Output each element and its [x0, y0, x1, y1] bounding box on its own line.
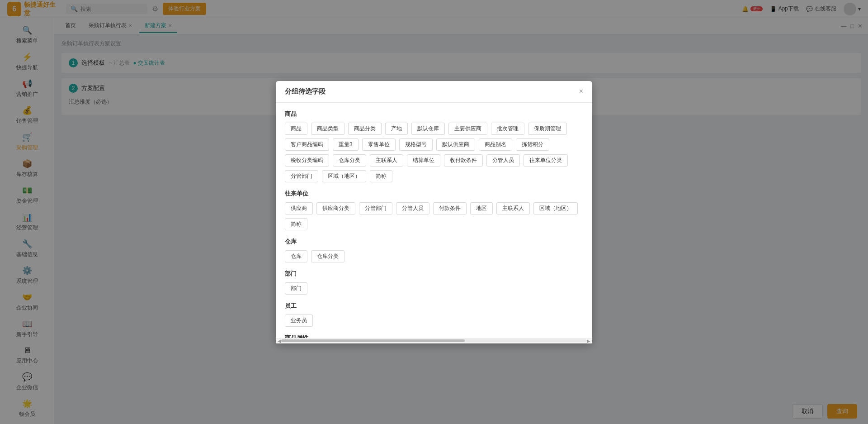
- field-tag-1-4[interactable]: 付款条件: [433, 202, 467, 214]
- field-tag-1-3[interactable]: 分管人员: [396, 202, 429, 214]
- field-tag-2-0[interactable]: 仓库: [285, 250, 307, 262]
- section-title-2: 仓库: [285, 238, 583, 246]
- field-tag-0-13[interactable]: 商品别名: [479, 138, 512, 151]
- section-title-4: 员工: [285, 302, 583, 310]
- modal-header: 分组待选字段 ×: [276, 81, 592, 103]
- field-tag-1-2[interactable]: 分管部门: [359, 202, 392, 214]
- field-tag-0-9[interactable]: 重量3: [333, 138, 359, 151]
- field-tag-0-11[interactable]: 规格型号: [399, 138, 433, 151]
- field-tag-0-15[interactable]: 税收分类编码: [285, 154, 329, 167]
- field-section-5: 商品属性属性颜色多规格尺码鞋码1: [285, 334, 583, 338]
- field-tag-0-14[interactable]: 拣货积分: [516, 138, 549, 151]
- field-tag-4-0[interactable]: 业务员: [285, 314, 313, 327]
- field-section-3: 部门部门: [285, 270, 583, 295]
- field-tag-0-17[interactable]: 主联系人: [370, 154, 403, 167]
- field-tag-1-5[interactable]: 地区: [470, 202, 493, 214]
- field-tag-0-23[interactable]: 区域（地区）: [322, 170, 366, 182]
- modal-bottom-scrollbar[interactable]: ◀ ▶: [276, 338, 592, 343]
- field-tag-0-8[interactable]: 客户商品编码: [285, 138, 329, 151]
- field-tag-0-6[interactable]: 批次管理: [491, 123, 524, 135]
- horizontal-scrollbar-thumb[interactable]: [281, 339, 465, 342]
- section-title-1: 往来单位: [285, 190, 583, 198]
- field-tag-2-1[interactable]: 仓库分类: [311, 250, 344, 262]
- section-title-3: 部门: [285, 270, 583, 278]
- field-tag-0-10[interactable]: 零售单位: [362, 138, 396, 151]
- field-select-modal: 分组待选字段 × 商品商品商品类型商品分类产地默认仓库主要供应商批次管理保质期管…: [276, 81, 592, 343]
- field-tag-0-16[interactable]: 仓库分类: [333, 154, 366, 167]
- field-tags-1: 供应商供应商分类分管部门分管人员付款条件地区主联系人区域（地区）简称: [285, 202, 583, 230]
- field-tag-0-2[interactable]: 商品分类: [348, 123, 382, 135]
- scroll-right-arrow[interactable]: ▶: [587, 338, 590, 343]
- field-section-2: 仓库仓库仓库分类: [285, 238, 583, 262]
- field-tag-0-5[interactable]: 主要供应商: [448, 123, 487, 135]
- field-tag-0-24[interactable]: 简称: [370, 170, 392, 182]
- field-tags-3: 部门: [285, 282, 583, 295]
- field-tag-0-7[interactable]: 保质期管理: [528, 123, 567, 135]
- field-tag-0-3[interactable]: 产地: [385, 123, 408, 135]
- field-tag-1-6[interactable]: 主联系人: [496, 202, 530, 214]
- horizontal-scrollbar-track[interactable]: [281, 339, 587, 342]
- modal-body: 商品商品商品类型商品分类产地默认仓库主要供应商批次管理保质期管理客户商品编码重量…: [276, 103, 592, 338]
- field-tag-0-1[interactable]: 商品类型: [311, 123, 344, 135]
- field-tag-0-4[interactable]: 默认仓库: [411, 123, 445, 135]
- field-tag-1-1[interactable]: 供应商分类: [316, 202, 355, 214]
- field-tag-0-18[interactable]: 结算单位: [407, 154, 440, 167]
- field-tags-2: 仓库仓库分类: [285, 250, 583, 262]
- field-tag-0-19[interactable]: 收付款条件: [444, 154, 483, 167]
- field-tag-0-22[interactable]: 分管部门: [285, 170, 318, 182]
- field-tag-1-8[interactable]: 简称: [285, 218, 307, 230]
- field-tag-1-0[interactable]: 供应商: [285, 202, 313, 214]
- modal-close-button[interactable]: ×: [579, 87, 583, 95]
- field-tag-0-20[interactable]: 分管人员: [486, 154, 520, 167]
- field-tag-3-0[interactable]: 部门: [285, 282, 307, 295]
- modal-overlay: 分组待选字段 × 商品商品商品类型商品分类产地默认仓库主要供应商批次管理保质期管…: [0, 0, 868, 424]
- field-section-4: 员工业务员: [285, 302, 583, 327]
- section-title-0: 商品: [285, 110, 583, 118]
- section-title-5: 商品属性: [285, 334, 583, 338]
- field-tag-0-21[interactable]: 往来单位分类: [524, 154, 568, 167]
- field-tag-0-12[interactable]: 默认供应商: [436, 138, 475, 151]
- field-section-0: 商品商品商品类型商品分类产地默认仓库主要供应商批次管理保质期管理客户商品编码重量…: [285, 110, 583, 182]
- field-tags-4: 业务员: [285, 314, 583, 327]
- field-section-1: 往来单位供应商供应商分类分管部门分管人员付款条件地区主联系人区域（地区）简称: [285, 190, 583, 230]
- field-tags-0: 商品商品类型商品分类产地默认仓库主要供应商批次管理保质期管理客户商品编码重量3零…: [285, 123, 583, 182]
- modal-title: 分组待选字段: [285, 87, 326, 96]
- field-tag-0-0[interactable]: 商品: [285, 123, 307, 135]
- field-tag-1-7[interactable]: 区域（地区）: [533, 202, 578, 214]
- scroll-left-arrow[interactable]: ◀: [278, 338, 281, 343]
